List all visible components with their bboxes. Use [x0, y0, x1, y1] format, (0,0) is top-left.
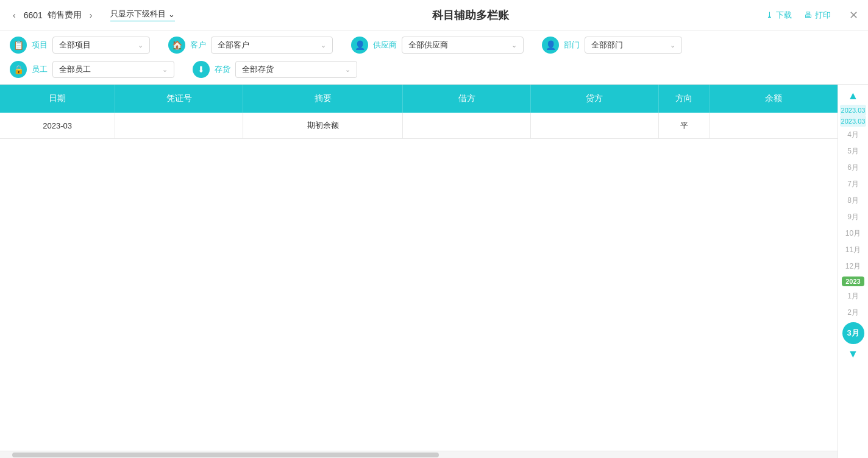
project-value: 全部项目 [59, 40, 91, 51]
month-item-8[interactable]: 8月 [841, 192, 866, 209]
month-item-2[interactable]: 2月 [841, 305, 866, 321]
project-icon: 📋 [10, 37, 27, 54]
main-content: 日期 凭证号 摘要 借方 贷方 方向 余额 2023-03 [0, 85, 868, 458]
month-item-12[interactable]: 12月 [841, 258, 866, 275]
table-header-row: 日期 凭证号 摘要 借方 贷方 方向 余额 [0, 85, 838, 113]
show-sub-label: 只显示下级科目 [110, 9, 166, 19]
title-bar-right: ⤓ 下载 🖶 打印 ✕ [766, 9, 858, 22]
filter-employee: 🔒 员工 全部员工 ⌄ [10, 61, 174, 78]
cell-debit [403, 113, 531, 139]
inventory-select[interactable]: 全部存货 ⌄ [235, 61, 357, 78]
prev-account-button[interactable]: ‹ [10, 9, 19, 21]
year-badge: 2023 [842, 277, 864, 286]
account-code: 6601 [24, 10, 43, 20]
month-item-7[interactable]: 7月 [841, 176, 866, 192]
page-title: 科目辅助多栏账 [432, 8, 509, 23]
employee-select[interactable]: 全部员工 ⌄ [52, 61, 174, 78]
down-arrow-icon[interactable]: ▼ [845, 345, 861, 363]
download-label: 下载 [776, 10, 792, 21]
customer-value: 全部客户 [218, 40, 249, 51]
supplier-arrow-icon: ⌄ [511, 41, 517, 49]
customer-select[interactable]: 全部客户 ⌄ [211, 37, 333, 54]
cell-direction: 平 [658, 113, 710, 139]
col-header-date: 日期 [0, 85, 115, 113]
title-bar-left: ‹ 6601 销售费用 › 只显示下级科目 ⌄ [10, 9, 175, 21]
supplier-value: 全部供应商 [408, 40, 448, 51]
supplier-label: 供应商 [373, 40, 397, 51]
project-arrow-icon: ⌄ [138, 41, 143, 49]
inventory-arrow-icon: ⌄ [345, 66, 350, 74]
employee-icon: 🔒 [10, 61, 27, 78]
col-header-voucher: 凭证号 [115, 85, 243, 113]
table-area: 日期 凭证号 摘要 借方 贷方 方向 余额 2023-03 [0, 85, 838, 458]
cell-date: 2023-03 [0, 113, 115, 139]
department-arrow-icon: ⌄ [670, 41, 675, 49]
title-bar: ‹ 6601 销售费用 › 只显示下级科目 ⌄ 科目辅助多栏账 ⤓ 下载 🖶 打… [0, 0, 868, 30]
month-item-4[interactable]: 4月 [841, 127, 866, 143]
show-sub-toggle[interactable]: 只显示下级科目 ⌄ [110, 9, 175, 21]
table-row: 2023-03 期初余额 平 [0, 113, 838, 139]
period-item-2[interactable]: 2023.03 [840, 116, 867, 127]
filter-customer: 🏠 客户 全部客户 ⌄ [168, 37, 333, 54]
month-item-1[interactable]: 1月 [841, 288, 866, 305]
project-label: 项目 [32, 40, 48, 51]
col-header-summary: 摘要 [243, 85, 403, 113]
supplier-select[interactable]: 全部供应商 ⌄ [402, 37, 524, 54]
customer-icon: 🏠 [168, 37, 185, 54]
print-label: 打印 [815, 10, 831, 21]
month-item-10[interactable]: 10月 [841, 225, 866, 242]
filter-department: 👤 部门 全部部门 ⌄ [542, 37, 682, 54]
filter-bar: 📋 项目 全部项目 ⌄ 🏠 客户 全部客户 ⌄ 👤 供应商 全部供应商 ⌄ [0, 30, 868, 85]
month-item-9[interactable]: 9月 [841, 209, 866, 225]
department-icon: 👤 [542, 37, 559, 54]
col-header-debit: 借方 [403, 85, 531, 113]
department-value: 全部部门 [591, 40, 623, 51]
scrollbar-thumb[interactable] [12, 453, 439, 457]
inventory-label: 存货 [215, 64, 230, 75]
account-name: 销售费用 [48, 10, 82, 21]
print-icon: 🖶 [804, 10, 812, 19]
filter-project: 📋 项目 全部项目 ⌄ [10, 37, 150, 54]
customer-label: 客户 [190, 40, 206, 51]
month-item-6[interactable]: 6月 [841, 160, 866, 176]
cell-voucher [115, 113, 243, 139]
inventory-icon: ⬇ [193, 61, 210, 78]
cell-summary: 期初余额 [243, 113, 403, 139]
col-header-balance: 余额 [710, 85, 838, 113]
main-window: ‹ 6601 销售费用 › 只显示下级科目 ⌄ 科目辅助多栏账 ⤓ 下载 🖶 打… [0, 0, 868, 458]
col-header-direction: 方向 [658, 85, 710, 113]
project-select[interactable]: 全部项目 ⌄ [52, 37, 150, 54]
employee-value: 全部员工 [59, 64, 91, 75]
department-label: 部门 [564, 40, 580, 51]
employee-label: 员工 [32, 64, 48, 75]
col-header-credit: 贷方 [531, 85, 659, 113]
up-arrow-icon[interactable]: ▲ [845, 87, 861, 105]
right-panel: ▲ 2023.03 2023.03 4月 5月 6月 7月 8月 9月 10月 … [838, 85, 868, 458]
next-account-button[interactable]: › [87, 9, 96, 21]
employee-arrow-icon: ⌄ [162, 66, 168, 74]
month-item-11[interactable]: 11月 [841, 242, 866, 258]
download-icon: ⤓ [766, 10, 773, 19]
customer-arrow-icon: ⌄ [321, 41, 326, 49]
filter-supplier: 👤 供应商 全部供应商 ⌄ [351, 37, 524, 54]
filter-inventory: ⬇ 存货 全部存货 ⌄ [193, 61, 357, 78]
month-item-5[interactable]: 5月 [841, 143, 866, 160]
cell-balance [710, 113, 838, 139]
show-sub-arrow-icon: ⌄ [168, 10, 175, 19]
data-table: 日期 凭证号 摘要 借方 贷方 方向 余额 2023-03 [0, 85, 838, 139]
horizontal-scrollbar[interactable] [0, 451, 838, 458]
department-select[interactable]: 全部部门 ⌄ [585, 37, 682, 54]
period-item-1[interactable]: 2023.03 [840, 105, 867, 116]
inventory-value: 全部存货 [242, 64, 274, 75]
supplier-icon: 👤 [351, 37, 368, 54]
download-button[interactable]: ⤓ 下载 [766, 10, 792, 21]
table-scroll[interactable]: 日期 凭证号 摘要 借方 贷方 方向 余额 2023-03 [0, 85, 838, 451]
close-button[interactable]: ✕ [849, 9, 858, 22]
month-item-3-active[interactable]: 3月 [842, 322, 864, 344]
print-button[interactable]: 🖶 打印 [804, 10, 831, 21]
cell-credit [531, 113, 659, 139]
